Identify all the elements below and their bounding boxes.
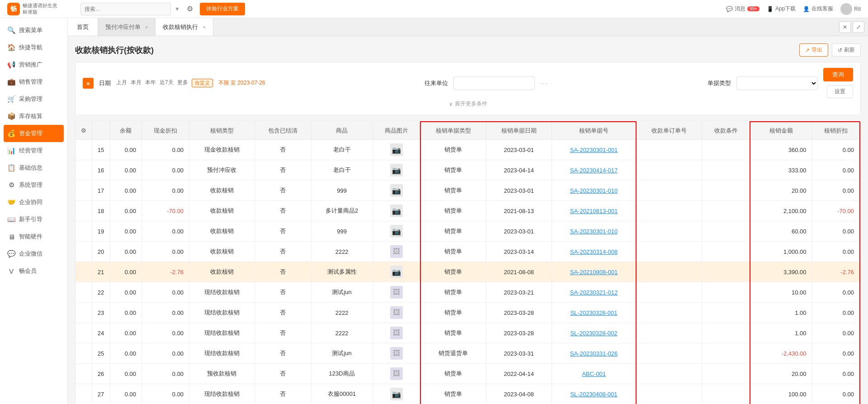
bill-type-select[interactable] bbox=[736, 76, 818, 90]
tab-home[interactable]: 首页 bbox=[68, 18, 98, 36]
td-cancel-discount: 0.00 bbox=[812, 221, 860, 242]
sidebar-item-inventory[interactable]: 📦 库存核算 bbox=[0, 108, 67, 125]
sidebar-item-purchase[interactable]: 🛒 采购管理 bbox=[0, 90, 67, 108]
sidebar-item-hardware[interactable]: 🖥 智能硬件 bbox=[0, 228, 67, 245]
from-unit-input[interactable] bbox=[453, 76, 535, 90]
sidebar-item-system[interactable]: ⚙ 系统管理 bbox=[0, 176, 67, 194]
date-links: 上月 本月 本年 近7天 更多 自定义 bbox=[116, 79, 213, 87]
date-more[interactable]: 更多 bbox=[177, 79, 188, 87]
sidebar-item-search[interactable]: 🔍 搜索菜单 bbox=[0, 22, 67, 39]
tab-collection-close[interactable]: × bbox=[203, 24, 205, 30]
td-settings bbox=[75, 242, 92, 262]
td-cash-discount: 0.00 bbox=[142, 242, 189, 262]
wechat-icon: 💬 bbox=[7, 250, 15, 258]
tab-close-button[interactable]: ✕ bbox=[839, 21, 851, 33]
td-bill-no[interactable]: SA-20230321-012 bbox=[552, 282, 636, 303]
th-include-settled: 包含已结清 bbox=[255, 122, 311, 140]
td-bill-no[interactable]: SA-20230301-010 bbox=[552, 221, 636, 242]
online-service-button[interactable]: 👤 在线客服 bbox=[803, 5, 833, 13]
app-download-button[interactable]: 📱 App下载 bbox=[767, 5, 796, 13]
table-scroll[interactable]: ⚙ 余额 现金折扣 核销类型 包含已结清 商品 商品图片 核销单据类型 核销单据… bbox=[75, 121, 860, 404]
td-settings bbox=[75, 364, 92, 384]
sidebar-item-label: 企业微信 bbox=[19, 250, 42, 258]
sidebar-item-basic[interactable]: 📋 基础信息 bbox=[0, 159, 67, 176]
export-button[interactable]: ↗ 导出 bbox=[799, 43, 828, 57]
td-bill-no[interactable]: SL-20230328-002 bbox=[552, 323, 636, 343]
tab-maximize-button[interactable]: ⤢ bbox=[853, 21, 864, 33]
message-button[interactable]: 💬 消息 99+ bbox=[726, 5, 760, 13]
filter-area: » 日期 上月 本月 本年 近7天 更多 自定义 不限 至 2023-07-26… bbox=[75, 62, 861, 115]
sidebar-item-nav[interactable]: 🏠 快捷导航 bbox=[0, 39, 67, 56]
td-bill-no[interactable]: SA-20230414-017 bbox=[552, 160, 636, 181]
sidebar-item-management[interactable]: 📊 经营管理 bbox=[0, 142, 67, 159]
td-bill-no[interactable]: SA-20210808-001 bbox=[552, 262, 636, 282]
top-search-input[interactable] bbox=[80, 3, 171, 15]
td-bill-no[interactable]: SA-20230331-026 bbox=[552, 343, 636, 364]
td-cash-discount: -2.76 bbox=[142, 262, 189, 282]
date-custom[interactable]: 自定义 bbox=[192, 79, 213, 87]
td-bill-date: 2023-03-01 bbox=[486, 181, 552, 201]
query-button[interactable]: 查询 bbox=[823, 68, 853, 81]
tab-prepay-close[interactable]: × bbox=[145, 24, 148, 30]
sidebar-item-sales[interactable]: 💼 销售管理 bbox=[0, 73, 67, 90]
td-bill-no[interactable]: ABC-001 bbox=[552, 364, 636, 384]
sidebar-item-finance[interactable]: 💰 资金管理 bbox=[4, 125, 64, 142]
th-settings[interactable]: ⚙ bbox=[75, 122, 92, 140]
td-bill-no[interactable]: SA-20210813-001 bbox=[552, 201, 636, 221]
user-area[interactable]: Rit bbox=[840, 3, 861, 15]
th-bill-no: 核销单据号 bbox=[552, 122, 636, 140]
td-bill-date: 2021-08-08 bbox=[486, 262, 552, 282]
sidebar-item-label: 智能硬件 bbox=[19, 233, 42, 241]
date-last-month[interactable]: 上月 bbox=[116, 79, 127, 87]
td-bill-no[interactable]: SA-20230314-008 bbox=[552, 242, 636, 262]
filter-settings-button[interactable]: 设置 bbox=[827, 85, 853, 98]
td-cancel-discount: 0.00 bbox=[812, 282, 860, 303]
table-row: 23 0.00 0.00 现结收款核销 否 2222 🖼 销货单 2023-03… bbox=[75, 303, 860, 323]
td-product: 测试jun bbox=[311, 343, 373, 364]
expand-conditions-button[interactable]: ∨ 展开更多条件 bbox=[83, 100, 853, 108]
message-badge: 99+ bbox=[747, 6, 760, 11]
td-bill-no[interactable]: SA-20230301-001 bbox=[552, 140, 636, 160]
td-order-no bbox=[636, 364, 702, 384]
td-include-settled: 否 bbox=[255, 343, 311, 364]
expand-down-icon: ∨ bbox=[449, 101, 453, 107]
sidebar-item-collab[interactable]: 🤝 企业协同 bbox=[0, 194, 67, 211]
finance-icon: 💰 bbox=[7, 129, 15, 138]
sidebar-item-marketing[interactable]: 📢 营销推广 bbox=[0, 56, 67, 73]
refresh-button[interactable]: ↺ 刷新 bbox=[832, 43, 861, 57]
td-payment-cond bbox=[702, 160, 750, 181]
td-order-no bbox=[636, 323, 702, 343]
table-row: 18 0.00 -70.00 收款核销 否 多计量商品2 📷 销货单 2021-… bbox=[75, 201, 860, 221]
tab-prepay[interactable]: 预付冲应付单 × bbox=[98, 18, 156, 36]
th-cancel-amount: 核销金额 bbox=[750, 122, 812, 140]
td-bill-type: 销货单 bbox=[420, 364, 486, 384]
date-this-year[interactable]: 本年 bbox=[145, 79, 156, 87]
th-bill-type: 核销单据类型 bbox=[420, 122, 486, 140]
td-bill-no[interactable]: SL-20230408-001 bbox=[552, 384, 636, 404]
filter-expand-button[interactable]: » bbox=[83, 78, 94, 89]
td-include-settled: 否 bbox=[255, 262, 311, 282]
td-bill-no[interactable]: SL-20230328-001 bbox=[552, 303, 636, 323]
date-this-month[interactable]: 本月 bbox=[131, 79, 142, 87]
online-service-label: 在线客服 bbox=[811, 5, 833, 13]
industry-button[interactable]: 休验行业方案 bbox=[200, 3, 245, 15]
td-product: 多计量商品2 bbox=[311, 201, 373, 221]
td-bill-no[interactable]: SA-20230301-010 bbox=[552, 181, 636, 201]
logo-text: 畅捷通谱好生意 标准版 bbox=[23, 3, 57, 14]
tab-collection[interactable]: 收款核销执行 × bbox=[156, 18, 213, 36]
sidebar-item-wechat[interactable]: 💬 企业微信 bbox=[0, 245, 67, 262]
sidebar-item-guide[interactable]: 📖 新手引导 bbox=[0, 211, 67, 228]
table-row: 19 0.00 0.00 收款核销 否 999 📷 销货单 2023-03-01… bbox=[75, 221, 860, 242]
sidebar-item-vip[interactable]: V 畅会员 bbox=[0, 262, 67, 280]
date-7days[interactable]: 近7天 bbox=[160, 79, 174, 87]
td-product: 2222 bbox=[311, 242, 373, 262]
td-cash-discount: -70.00 bbox=[142, 201, 189, 221]
td-payment-cond bbox=[702, 181, 750, 201]
bill-type-label: 单据类型 bbox=[708, 79, 731, 87]
gear-button[interactable]: ⚙ bbox=[184, 3, 196, 15]
td-cancel-type: 现结收款核销 bbox=[189, 303, 255, 323]
td-product-image: 📷 bbox=[373, 201, 420, 221]
td-bill-type: 销货单 bbox=[420, 262, 486, 282]
td-payment-cond bbox=[702, 364, 750, 384]
sidebar-item-label: 系统管理 bbox=[19, 181, 42, 189]
